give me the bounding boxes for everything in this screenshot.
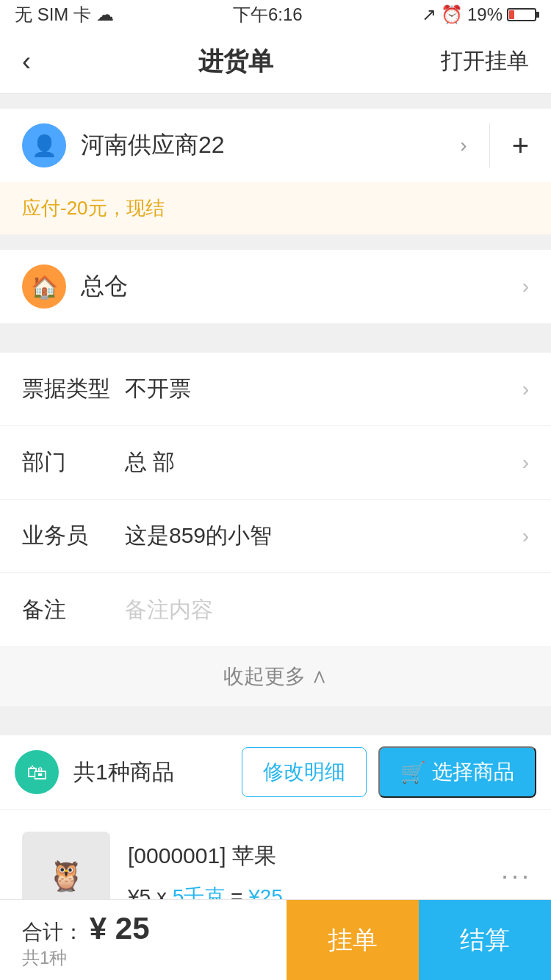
- status-right: ↗ ⏰ 19%: [422, 4, 536, 25]
- hang-label: 挂单: [328, 923, 378, 957]
- battery-icon: [507, 8, 536, 21]
- salesperson-arrow-icon: ›: [522, 525, 529, 548]
- gap-1: [0, 94, 551, 109]
- dot-3: ·: [522, 860, 529, 891]
- supplier-divider: [489, 123, 490, 167]
- modify-detail-button[interactable]: 修改明细: [242, 747, 367, 797]
- invoice-type-value: 不开票: [125, 374, 522, 404]
- invoice-type-row[interactable]: 票据类型 不开票 ›: [0, 353, 551, 426]
- remark-label: 备注: [22, 595, 110, 625]
- alarm-icon: ⏰: [441, 4, 463, 25]
- hang-button[interactable]: 挂单: [287, 900, 419, 981]
- select-product-label: 选择商品: [432, 758, 514, 786]
- supplier-section[interactable]: 👤 河南供应商22 › +: [0, 109, 551, 182]
- gap-2: [0, 234, 551, 249]
- warehouse-name: 总仓: [81, 270, 522, 303]
- battery-percent: 19%: [467, 4, 503, 25]
- total-count: 共1种: [22, 946, 264, 970]
- department-value: 总 部: [125, 447, 522, 478]
- checkout-button[interactable]: 结算: [419, 900, 551, 981]
- supplier-avatar: 👤: [22, 123, 66, 167]
- product-more-button[interactable]: · · ·: [501, 860, 529, 891]
- cart-icon: 🛒: [400, 760, 426, 785]
- nav-bar: ‹ 进货单 打开挂单: [0, 29, 551, 94]
- page-title: 进货单: [198, 45, 273, 79]
- warehouse-section[interactable]: 🏠 总仓 ›: [0, 250, 551, 323]
- open-hang-button[interactable]: 打开挂单: [441, 46, 529, 76]
- dot-2: ·: [511, 860, 519, 891]
- department-row[interactable]: 部门 总 部 ›: [0, 426, 551, 500]
- status-left: 无 SIM 卡 ☁: [15, 3, 114, 26]
- battery-fill: [509, 10, 514, 19]
- total-label: 合计：: [22, 920, 84, 943]
- salesperson-label: 业务员: [22, 521, 110, 551]
- salesperson-row[interactable]: 业务员 这是859的小智 ›: [0, 500, 551, 573]
- collapse-label: 收起更多 ∧: [223, 663, 328, 691]
- product-count: 共1种商品: [73, 757, 242, 788]
- salesperson-value: 这是859的小智: [125, 521, 522, 551]
- checkout-label: 结算: [460, 923, 510, 957]
- invoice-type-arrow-icon: ›: [522, 378, 529, 401]
- remark-row[interactable]: 备注 备注内容: [0, 573, 551, 646]
- select-product-button[interactable]: 🛒 选择商品: [378, 746, 536, 798]
- invoice-type-label: 票据类型: [22, 374, 110, 404]
- product-owl-icon: 🦉: [48, 859, 84, 893]
- bottom-bar: 合计： ¥ 25 共1种 挂单 结算: [0, 899, 551, 980]
- notice-bar: 应付-20元，现结: [0, 182, 551, 234]
- warehouse-icon: 🏠: [22, 264, 66, 309]
- notice-text: 应付-20元，现结: [22, 197, 165, 219]
- collapse-bar[interactable]: 收起更多 ∧: [0, 647, 551, 706]
- total-row: 合计： ¥ 25: [22, 911, 264, 946]
- department-arrow-icon: ›: [522, 451, 529, 475]
- warehouse-arrow-icon: ›: [522, 275, 529, 298]
- back-button[interactable]: ‹: [22, 46, 31, 77]
- product-header: 🛍 共1种商品 修改明细 🛒 选择商品: [0, 735, 551, 809]
- remark-input[interactable]: 备注内容: [125, 595, 529, 625]
- bag-icon: 🛍: [26, 760, 47, 785]
- home-icon: 🏠: [31, 274, 58, 300]
- status-bar: 无 SIM 卡 ☁ 下午6:16 ↗ ⏰ 19%: [0, 0, 551, 29]
- product-icon: 🛍: [15, 750, 59, 794]
- department-label: 部门: [22, 447, 110, 478]
- location-icon: ↗: [422, 4, 436, 25]
- gap-3: [0, 323, 551, 338]
- product-name: [0000001] 苹果: [128, 841, 483, 871]
- add-supplier-button[interactable]: +: [512, 129, 529, 162]
- form-section: 票据类型 不开票 › 部门 总 部 › 业务员 这是859的小智 › 备注 备注…: [0, 353, 551, 646]
- supplier-arrow-icon: ›: [460, 134, 467, 157]
- dot-1: ·: [501, 860, 508, 891]
- total-amount: ¥ 25: [90, 911, 150, 945]
- person-icon: 👤: [32, 134, 57, 158]
- status-time: 下午6:16: [233, 3, 303, 26]
- sim-label: 无 SIM 卡 ☁: [15, 3, 114, 26]
- supplier-name: 河南供应商22: [81, 129, 460, 162]
- gap-4: [0, 706, 551, 721]
- total-section: 合计： ¥ 25 共1种: [0, 911, 287, 970]
